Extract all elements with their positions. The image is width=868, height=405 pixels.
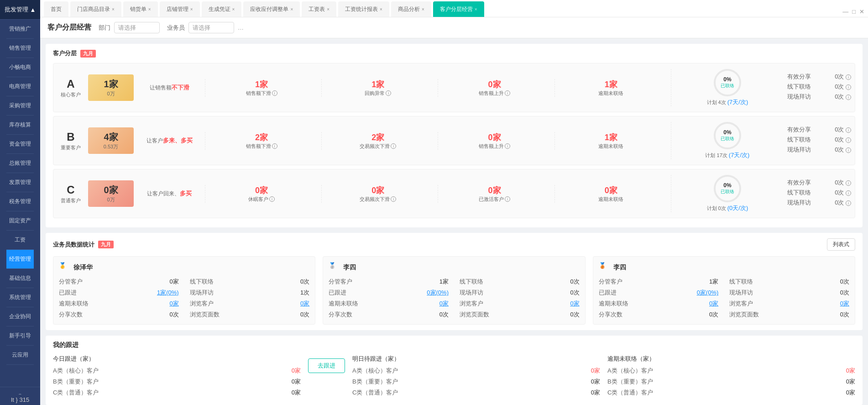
follow-row-label: C类（普通）客户 <box>607 389 653 397</box>
sidebar-item-总账管理[interactable]: 总账管理 <box>6 154 34 173</box>
tab-close-店铺管理[interactable]: × <box>190 7 193 12</box>
sidebar-title: 批发管理 <box>5 5 28 14</box>
tier-circle-B: 0% 已联络 计划 17次 (7天/次) <box>671 122 784 159</box>
tab-客户分层经营[interactable]: 客户分层经营× <box>433 1 484 17</box>
tab-minimize-icon[interactable]: — <box>842 8 848 15</box>
sidebar-item-资金管理[interactable]: 资金管理 <box>6 135 34 154</box>
sales-stat-row: 逾期未联络 0家 <box>599 300 719 308</box>
tab-店铺管理[interactable]: 店铺管理× <box>160 1 200 17</box>
tab-销货单[interactable]: 销货单× <box>123 1 158 17</box>
sales-filter: 业务员 请选择 … <box>167 22 244 33</box>
dept-select[interactable]: 请选择 <box>114 22 160 33</box>
follow-row: B类（重要）客户 0家 <box>352 378 600 386</box>
sidebar-item-经营管理[interactable]: 经营管理 <box>6 250 34 269</box>
follow-row-label: C类（普通）客户 <box>352 389 398 397</box>
tab-restore-icon[interactable]: □ <box>852 8 856 15</box>
tab-close-门店商品目录[interactable]: × <box>112 7 115 12</box>
tier-desc-A: 让销售额不下滑 <box>137 84 201 92</box>
tab-商品分析[interactable]: 商品分析× <box>391 1 431 17</box>
sales-stat-row: 已跟进 0家(0%) <box>599 289 719 297</box>
sidebar-item-云应用[interactable]: 云应用 <box>6 346 34 365</box>
sidebar-header[interactable]: 批发管理 ▲ <box>0 0 40 20</box>
sidebar-item-工资[interactable]: 工资 <box>6 231 34 250</box>
list-view-button[interactable]: 列表式 <box>827 238 855 251</box>
tab-工资表[interactable]: 工资表× <box>302 1 336 17</box>
main-area: 首页门店商品目录×销货单×店铺管理×生成凭证×应收应付调整单×工资表×工资统计报… <box>40 0 868 405</box>
tab-close-应收应付调整单[interactable]: × <box>290 7 293 12</box>
follow-row-label: A类（核心）客户 <box>607 367 653 375</box>
medal-icon-gold: 🥇 <box>59 262 70 273</box>
sidebar-item-采购管理[interactable]: 采购管理 <box>6 96 34 116</box>
follow-row: C类（普通）客户 0家 <box>352 389 600 397</box>
customer-month-badge: 九月 <box>80 50 96 58</box>
tier-row-C: C 普通客户 0家 0万 让客户回来、多买 0家 休眠客户 i 0家 交易频次下… <box>53 169 855 218</box>
sidebar-item-基础信息[interactable]: 基础信息 <box>6 269 34 288</box>
follow-row-val: 0家 <box>846 367 855 375</box>
sales-stat-row: 浏览页面数 0次 <box>460 310 580 319</box>
sales-card-1: 🥈 李四 分管客户 1家 线下联络 0次 已跟进 0家(0%) <box>323 256 585 325</box>
sales-stat-row: 浏览客户 0家 <box>190 300 310 308</box>
tier-count-box-B[interactable]: 4家 0.53万 <box>88 127 134 154</box>
sales-select[interactable]: 请选择 <box>188 22 234 33</box>
sidebar: 批发管理 ▲ 营销推广销售管理小畅电商电商管理采购管理库存核算资金管理总账管理发… <box>0 0 40 405</box>
tier-desc-B: 让客户多来、多买 <box>137 137 201 145</box>
follow-section-title: 我的跟进 <box>53 341 78 349</box>
goto-follow-button[interactable]: 去跟进 <box>308 358 345 373</box>
tier-circle-C: 0% 已联络 计划 0次 (0天/次) <box>671 175 784 212</box>
tier-count-box-A[interactable]: 1家 0万 <box>88 74 134 101</box>
tier-row-A: A 核心客户 1家 0万 让销售额不下滑 1家 销售额下滑 i 1家 回购异常 … <box>53 63 855 112</box>
medal-icon-bronze: 🥉 <box>599 262 610 273</box>
tab-close-销货单[interactable]: × <box>148 7 151 12</box>
sidebar-item-小畅电商[interactable]: 小畅电商 <box>6 58 34 77</box>
follow-section: 我的跟进 今日跟进（家） A类（核心）客户 0家 B类（重要）客户 0家 C类（… <box>46 336 863 405</box>
sales-stat-row: 逾期未联络 0家 <box>329 300 449 308</box>
tab-close-icon[interactable]: ✕ <box>859 8 864 15</box>
sidebar-item-电商管理[interactable]: 电商管理 <box>6 77 34 96</box>
sidebar-item-固定资产[interactable]: 固定资产 <box>6 211 34 231</box>
sales-stat-row: 分管客户 0家 <box>59 278 179 286</box>
sidebar-item-发票管理[interactable]: 发票管理 <box>6 173 34 192</box>
sales-stats-grid: 分管客户 1家 线下联络 0次 已跟进 0家(0%) 现场拜访 0次 <box>329 278 579 319</box>
tab-首页[interactable]: 首页 <box>44 1 68 17</box>
tab-门店商品目录[interactable]: 门店商品目录× <box>70 1 121 17</box>
sidebar-item-新手引导[interactable]: 新手引导 <box>6 326 34 346</box>
tab-close-工资表[interactable]: × <box>327 7 329 12</box>
sales-stat-row: 浏览客户 0家 <box>460 300 580 308</box>
sidebar-item-系统管理[interactable]: 系统管理 <box>6 288 34 307</box>
sidebar-item-企业协同[interactable]: 企业协同 <box>6 307 34 326</box>
filter-more-icon[interactable]: … <box>238 24 244 31</box>
dept-label: 部门 <box>99 24 110 32</box>
follow-row-label: A类（核心）客户 <box>53 367 99 375</box>
sidebar-item-库存核算[interactable]: 库存核算 <box>6 116 34 135</box>
tier-desc-C: 让客户回来、多买 <box>137 189 201 198</box>
sales-stat-row: 分享次数 0次 <box>59 310 179 319</box>
tab-bar-actions: — □ ✕ <box>842 8 864 17</box>
sales-stats-grid: 分管客户 0家 线下联络 0次 已跟进 1家(0%) 现场拜访 1次 <box>59 278 309 319</box>
sidebar-item-营销推广[interactable]: 营销推广 <box>6 20 34 39</box>
today-follow-title: 今日跟进（家） <box>53 355 301 363</box>
tier-stat4-C: 0家 逾期未联络 <box>554 185 667 203</box>
tab-close-商品分析[interactable]: × <box>422 7 424 12</box>
sales-stats-grid: 分管客户 1家 线下联络 0次 已跟进 0家(0%) 现场拜访 0次 <box>599 278 849 319</box>
overdue-follow-col: 逾期未联络（家） A类（核心）客户 0家 B类（重要）客户 0家 C类（普通）客… <box>607 355 855 400</box>
sidebar-item-销售管理[interactable]: 销售管理 <box>6 39 34 58</box>
follow-row-val: 0家 <box>846 389 855 397</box>
tab-应收应付调整单[interactable]: 应收应付调整单× <box>243 1 300 17</box>
tab-生成凭证[interactable]: 生成凭证× <box>202 1 242 17</box>
tier-stat4-A: 1家 逾期未联络 <box>554 79 667 97</box>
tier-stat4-B: 1家 逾期未联络 <box>554 132 667 150</box>
follow-row: A类（核心）客户 0家 <box>352 367 600 375</box>
tier-label-A: A 核心客户 <box>57 78 84 98</box>
follow-row: A类（核心）客户 0家 <box>607 367 855 375</box>
sidebar-item-税务管理[interactable]: 税务管理 <box>6 192 34 211</box>
sales-stat-row: 分享次数 0次 <box>329 310 449 319</box>
sales-card-2: 🥉 李四 分管客户 1家 线下联络 0次 已跟进 0家(0%) <box>593 256 855 325</box>
tab-close-客户分层经营[interactable]: × <box>475 7 477 12</box>
tab-close-生成凭证[interactable]: × <box>232 7 235 12</box>
tab-工资统计报表[interactable]: 工资统计报表× <box>338 1 389 17</box>
tier-label-B: B 重要客户 <box>57 131 84 151</box>
tab-close-工资统计报表[interactable]: × <box>380 7 382 12</box>
follow-row-label: C类（普通）客户 <box>53 389 99 397</box>
tier-count-box-C[interactable]: 0家 0万 <box>88 180 134 207</box>
sales-stat-row: 已跟进 0家(0%) <box>329 289 449 297</box>
